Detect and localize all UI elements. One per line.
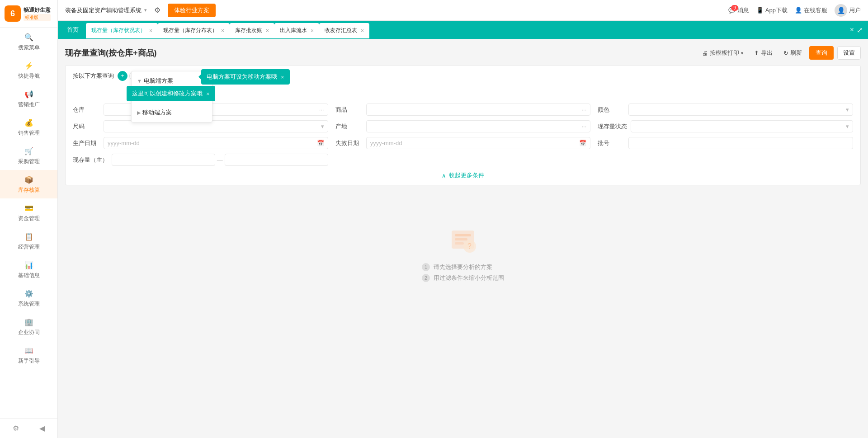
sidebar-label-basic: 基础信息: [18, 272, 40, 279]
filter-batch-no-label: 批号: [598, 139, 625, 147]
calendar-produce-icon: 📅: [317, 140, 324, 146]
tooltip-pc-close[interactable]: ×: [281, 74, 284, 80]
tab-bar: 首页 现存量（库存状况表） × 现存量（库存分布表） × 库存批次账 × 出入库…: [58, 21, 868, 39]
settings-icon[interactable]: ⚙: [154, 6, 160, 14]
tooltip-pc: 电脑方案可设为移动方案哦 ×: [201, 69, 290, 85]
tooltip-create-close[interactable]: ×: [206, 90, 210, 97]
tab-in-out-flow[interactable]: 出入库流水 ×: [274, 23, 319, 38]
filter-origin-label: 产地: [335, 122, 363, 131]
export-btn[interactable]: ⬆ 导出: [750, 47, 776, 59]
print-icon: 🖨: [702, 50, 708, 57]
tab-batch-ledger[interactable]: 库存批次账 ×: [230, 23, 274, 38]
collapse-bar[interactable]: ∧ 收起更多条件: [73, 171, 853, 179]
tab-inventory-status-close[interactable]: ×: [149, 28, 152, 34]
purchase-icon: 🛒: [24, 146, 34, 156]
sidebar-item-sales[interactable]: 💰 销售管理: [0, 113, 57, 141]
sidebar-item-basic[interactable]: 📊 基础信息: [0, 255, 57, 284]
scheme-mobile-arrow: ▶: [137, 110, 141, 116]
chevron-size-icon: ▾: [321, 123, 324, 130]
refresh-btn[interactable]: ↻ 刷新: [780, 47, 806, 59]
tab-in-out-flow-close[interactable]: ×: [311, 28, 314, 34]
sidebar-label-inventory: 库存核算: [18, 186, 40, 194]
tab-inventory-status[interactable]: 现存量（库存状况表） ×: [86, 23, 158, 38]
sidebar-item-quicknav[interactable]: ⚡ 快捷导航: [0, 56, 57, 85]
svg-rect-2: [455, 238, 467, 240]
tab-collect-summary-close[interactable]: ×: [361, 28, 364, 34]
tab-home[interactable]: 首页: [60, 21, 86, 39]
page-title-row: 现存量查询(按仓库+商品) 🖨 按模板打印 ▾ ⬆ 导出 ↻ 刷新 查询 设置: [65, 46, 861, 60]
sidebar-item-guide[interactable]: 📖 新手引导: [0, 341, 57, 369]
tooltip-pc-text: 电脑方案可设为移动方案哦: [207, 73, 277, 81]
filter-stock-main-max[interactable]: [225, 154, 328, 166]
tab-inventory-dist-close[interactable]: ×: [221, 28, 224, 34]
calendar-expire-icon: 📅: [579, 140, 586, 146]
filter-batch-no-input[interactable]: [628, 137, 853, 149]
filter-produce-date-input[interactable]: yyyy-mm-dd 📅: [104, 137, 328, 149]
filter-stock-state-row: 现存量状态 ▾: [598, 120, 853, 132]
filter-goods-select[interactable]: ···: [366, 104, 591, 116]
sidebar-item-search[interactable]: 🔍 搜索菜单: [0, 28, 57, 56]
export-icon: ⬆: [754, 50, 759, 57]
filter-size-label: 尺码: [73, 122, 100, 131]
maximize-btn[interactable]: ⤢: [857, 26, 863, 34]
filter-stock-state-select[interactable]: ▾: [631, 120, 853, 132]
filter-expire-date-label: 失效日期: [335, 139, 363, 147]
add-scheme-btn[interactable]: +: [118, 71, 127, 81]
app-download-label: App下载: [765, 6, 788, 14]
message-label: 消息: [737, 6, 749, 14]
sidebar-item-enterprise[interactable]: 🏢 企业协同: [0, 312, 57, 341]
sidebar-item-finance[interactable]: 💳 资金管理: [0, 198, 57, 227]
message-badge-wrap: 💬 9: [728, 7, 736, 14]
query-btn[interactable]: 查询: [809, 46, 834, 60]
filter-label: 按以下方案查询: [73, 72, 114, 80]
sales-icon: 💰: [24, 118, 34, 127]
finance-icon: 💳: [24, 203, 34, 213]
tab-collect-summary[interactable]: 收发存汇总表 ×: [319, 23, 369, 38]
filter-expire-date-input[interactable]: yyyy-mm-dd 📅: [366, 137, 591, 149]
sidebar-label-management: 经营管理: [18, 243, 40, 251]
collapse-sidebar-icon[interactable]: ◀: [38, 422, 47, 434]
page-actions: 🖨 按模板打印 ▾ ⬆ 导出 ↻ 刷新 查询 设置: [698, 46, 861, 60]
refresh-label: 刷新: [790, 49, 802, 57]
filter-header: 按以下方案查询 + ✎ ← ▼ 电脑: [73, 71, 853, 81]
tab-batch-ledger-close[interactable]: ×: [266, 28, 269, 34]
chevron-state-icon: ▾: [846, 123, 849, 130]
basic-icon: 📊: [24, 260, 34, 270]
filter-origin-select[interactable]: ···: [366, 120, 591, 132]
app-download-action[interactable]: 📱 App下载: [756, 6, 788, 14]
online-service-action[interactable]: 👤 在线客服: [795, 6, 827, 14]
sidebar-item-management[interactable]: 📋 经营管理: [0, 227, 57, 255]
sidebar-label-finance: 资金管理: [18, 215, 40, 222]
scheme-mobile-section: ▶ 移动端方案: [132, 103, 212, 122]
settings-filter-btn[interactable]: 设置: [837, 46, 861, 60]
filter-stock-main-min[interactable]: [112, 154, 215, 166]
experience-btn[interactable]: 体验行业方案: [168, 4, 216, 17]
system-title: 装备及固定资产辅助管理系统 ▾: [65, 6, 147, 14]
system-title-dropdown[interactable]: ▾: [144, 7, 147, 13]
close-all-tabs-btn[interactable]: ×: [850, 26, 854, 34]
online-service-label: 在线客服: [804, 6, 827, 14]
print-dropdown-icon: ▾: [741, 51, 743, 56]
settings-bottom-icon[interactable]: ⚙: [11, 422, 21, 434]
sidebar-label-search: 搜索菜单: [18, 44, 40, 52]
sidebar-item-marketing[interactable]: 📢 营销推广: [0, 85, 57, 113]
scheme-mobile-toggle[interactable]: ▶ 移动端方案: [132, 107, 212, 118]
tooltip-create: 这里可以创建和修改方案哦 ×: [127, 86, 215, 101]
filter-warehouse-label: 仓库: [73, 106, 100, 114]
ellipsis-origin-icon: ···: [581, 123, 586, 130]
user-action[interactable]: 👤 用户: [835, 4, 861, 17]
tab-inventory-dist[interactable]: 现存量（库存分布表） ×: [158, 23, 230, 38]
tab-actions: × ⤢: [850, 26, 866, 34]
scheme-mobile-label: 移动端方案: [142, 108, 172, 117]
sidebar-item-system[interactable]: ⚙️ 系统管理: [0, 284, 57, 312]
print-btn[interactable]: 🖨 按模板打印 ▾: [698, 47, 747, 59]
tab-batch-ledger-label: 库存批次账: [235, 27, 262, 34]
inventory-icon: 📦: [24, 174, 34, 184]
logo-char: 6: [10, 9, 15, 19]
sidebar-item-purchase[interactable]: 🛒 采购管理: [0, 141, 57, 170]
sidebar-item-inventory[interactable]: 📦 库存核算: [0, 170, 57, 198]
message-action[interactable]: 💬 9 消息: [728, 6, 749, 14]
produce-date-value: yyyy-mm-dd: [108, 140, 140, 146]
filter-color-select[interactable]: ▾: [628, 104, 853, 116]
message-count: 9: [731, 5, 738, 11]
